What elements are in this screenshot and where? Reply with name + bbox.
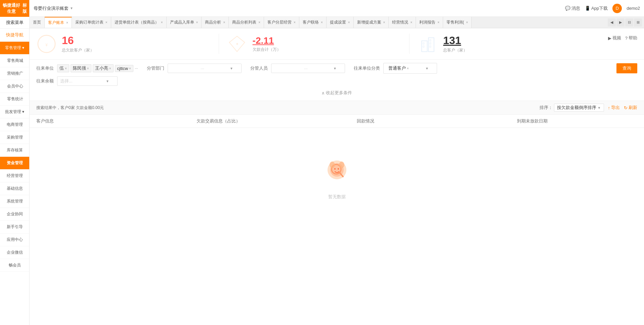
tab-close-raise-settings[interactable]: × [348,21,350,24]
balance-select[interactable]: 选择... ▼ [57,76,118,86]
tab-operation-status[interactable]: 经营情况 × [389,17,416,28]
sidebar-item-vip[interactable]: 畅会员 [0,259,29,272]
collapse-btn[interactable]: ∧ 收起更多条件 [321,90,352,96]
unit-label: 往来单位 [36,65,54,71]
sidebar-item-retail[interactable]: 零售管理 ▾ [0,42,29,55]
tab-scroll-right-btn[interactable]: ▶ [616,19,625,27]
tab-purchase-stat[interactable]: 采购订单统计表 × [72,17,111,28]
tab-close-purchase-stat[interactable]: × [105,21,108,24]
sidebar-item-wechat[interactable]: 企业微信 [0,246,29,259]
account-selector[interactable]: 母婴行业演示账套 ▼ [34,5,73,11]
tab-product-analysis[interactable]: 商品分析 × [202,17,229,28]
sidebar-item-retail-stats[interactable]: 零售统计 [0,93,29,106]
user-avatar[interactable]: D [612,4,622,13]
tab-scroll-left-btn[interactable]: ◀ [608,19,616,27]
tab-product-analysis-list[interactable]: 商品分析列表 × [229,17,264,28]
person-chevron-icon: ▼ [333,67,337,70]
username-label: demo2 [627,6,640,11]
building-icon [418,34,438,54]
sidebar-item-finance[interactable]: 资金管理 [0,157,29,170]
person-select[interactable]: ··· ▼ [271,64,345,73]
unit-tag-cjttcw[interactable]: cjttcw × [115,65,133,72]
sort-label: 排序： [540,105,553,111]
tab-product-inbound[interactable]: 产成品入库单 × [167,17,202,28]
tag-close-wang[interactable]: × [109,67,111,70]
sidebar-search-menu[interactable]: 搜索菜单 [0,17,29,29]
tag-close-cjttcw[interactable]: × [129,67,131,70]
help-btn[interactable]: ? 帮助 [625,35,637,41]
sidebar-item-basic[interactable]: 基础信息 [0,182,29,195]
sidebar-item-member[interactable]: 会员中心 [0,80,29,93]
unit-tag-wu[interactable]: 伍 × [57,64,69,72]
tab-customer-account[interactable]: 客户账本 × [45,17,72,28]
tab-close-retail-profit[interactable]: × [466,21,468,24]
unit-type-select[interactable]: 普通客户 × ▼ [383,63,437,74]
stats-bar: ¥ 16 总欠款客户（家） ✦ -2.11 欠款合计 [30,28,644,60]
tab-close-profit-report[interactable]: × [437,21,439,24]
tab-close-new-raise-plan[interactable]: × [383,21,385,24]
sidebar-item-wholesale[interactable]: 批发管理 ▾ [0,106,29,118]
sidebar: 畅捷通好生意 标版 搜索菜单 快捷导航 零售管理 ▾ 零售商城 营销推广 会员中… [0,0,30,325]
export-icon: ↑ [608,105,610,110]
tab-bar: 首页 客户账本 × 采购订单统计表 × 进货单统计表（按商品） × 产成品入库单… [30,17,644,28]
filter-bar: 往来单位 伍 × 陈民强 × 王小亮 × cjttcw [30,60,644,101]
tag-close-normal[interactable]: × [407,67,409,70]
sort-control: 排序： 按欠款金额倒序排序 ▼ [540,104,604,112]
sidebar-item-inventory[interactable]: 库存核算 [0,144,29,157]
tab-close-product-analysis[interactable]: × [223,21,225,24]
quick-nav[interactable]: 快捷导航 [0,29,29,42]
tab-close-product-analysis-list[interactable]: × [258,21,260,24]
tab-customer-tier[interactable]: 客户分层经营 × [264,17,299,28]
stat-label-total-customers: 总客户（家） [443,47,592,53]
tab-customer-contact[interactable]: 客户联络 × [299,17,327,28]
sidebar-item-system[interactable]: 系统管理 [0,195,29,208]
tab-close-product-inbound[interactable]: × [196,21,198,24]
tab-profit-report[interactable]: 利润报告 × [416,17,443,28]
stat-total-debt-amount: ✦ -2.11 欠款合计（万） [227,34,410,54]
tab-home[interactable]: 首页 [30,17,45,28]
tab-close-inventory-stat[interactable]: × [161,21,163,24]
sidebar-item-appcenter[interactable]: 应用中心 [0,233,29,246]
tab-expand-btn[interactable]: ⊟ [625,19,633,27]
balance-label: 往来余额 [36,78,54,84]
filter-row-2: 往来余额 选择... ▼ [36,76,637,86]
tag-close-chen[interactable]: × [87,67,89,70]
unit-type-label: 往来单位分类 [354,65,380,71]
refresh-btn[interactable]: ↻ 刷新 [624,105,637,111]
sidebar-item-enterprise[interactable]: 企业协同 [0,208,29,221]
dept-select[interactable]: ··· ▼ [168,64,242,73]
tab-fullscreen-btn[interactable]: ⊞ [634,19,642,27]
download-icon: 📱 [585,6,590,11]
svg-rect-10 [430,46,431,47]
sidebar-item-retail-mall[interactable]: 零售商城 [0,55,29,67]
sort-chevron-icon: ▼ [598,106,601,110]
sidebar-item-operations[interactable]: 经营管理 [0,170,29,182]
unit-tag-wang[interactable]: 王小亮 × [93,64,114,72]
col-debt-transaction: 欠款交易信息（占比） [197,118,357,124]
tab-close-customer-account[interactable]: × [66,21,68,25]
export-btn[interactable]: ↑ 导出 [608,105,620,111]
tab-close-customer-contact[interactable]: × [321,21,323,24]
stat-label-debt-customers: 总欠款客户（家） [62,47,211,53]
sort-select[interactable]: 按欠款金额倒序排序 ▼ [554,104,604,112]
app-download-btn[interactable]: 📱 App下载 [585,5,608,11]
unit-type-tag-normal[interactable]: 普通客户 × [386,65,411,72]
tab-close-customer-tier[interactable]: × [294,21,296,24]
svg-rect-6 [423,42,424,44]
filter-more-units[interactable]: ··· [135,66,138,71]
svg-text:✦: ✦ [235,42,239,46]
tab-inventory-stat[interactable]: 进货单统计表（按商品） × [111,17,167,28]
tab-retail-profit[interactable]: 零售利润( × [443,17,472,28]
sidebar-item-marketing[interactable]: 营销推广 [0,67,29,80]
unit-tag-chen[interactable]: 陈民强 × [71,64,91,72]
messages-btn[interactable]: 💬 消息 [565,5,580,11]
sidebar-item-newuser[interactable]: 新手引导 [0,221,29,233]
tab-new-raise-plan[interactable]: 新增提成方案 × [354,17,389,28]
tab-close-operation-status[interactable]: × [410,21,412,24]
sidebar-item-ecommerce[interactable]: 电商管理 [0,118,29,131]
query-button[interactable]: 查询 [616,63,637,73]
video-help-btn[interactable]: ▶ 视频 [608,35,621,41]
sidebar-item-purchase[interactable]: 采购管理 [0,131,29,144]
tag-close-wu[interactable]: × [65,67,67,70]
tab-raise-settings[interactable]: 提成设置 × [327,17,354,28]
